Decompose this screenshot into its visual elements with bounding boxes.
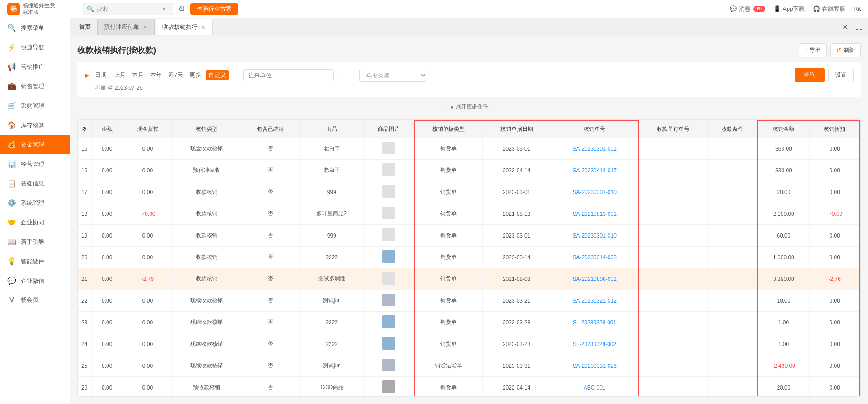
sidebar-item-quicknav[interactable]: ⚡ 快捷导航 xyxy=(0,38,70,57)
sidebar-item-hardware[interactable]: 💡 智能硬件 xyxy=(0,252,70,271)
filter-date-more[interactable]: 更多 xyxy=(188,70,203,80)
close-window-icon[interactable]: ✕ xyxy=(840,21,850,33)
member-icon: V xyxy=(7,296,16,304)
data-table-wrap: ⚙ 余额 现金折扣 核销类型 包含已结清 商品 商品图片 核销单据类型 核销单据… xyxy=(77,119,861,397)
app-icon: 📱 xyxy=(774,5,781,12)
table-header-row: ⚙ 余额 现金折扣 核销类型 包含已结清 商品 商品图片 核销单据类型 核销单据… xyxy=(78,120,860,138)
filter-dots: ··· xyxy=(337,72,345,79)
th-product: 商品 xyxy=(300,120,364,138)
filter-date-this-month[interactable]: 本月 xyxy=(130,70,146,80)
tab-verify-label: 收款核销执行 xyxy=(162,23,198,31)
sidebar-item-system[interactable]: ⚙️ 系统管理 xyxy=(0,193,70,213)
filter-collapse-icon[interactable]: ▶ xyxy=(85,71,90,79)
tab-prepaid[interactable]: 预付冲应付单 ✕ xyxy=(97,19,155,35)
refresh-icon: ↺ xyxy=(836,47,841,54)
th-include-settled: 包含已结清 xyxy=(241,120,299,138)
table-row: 170.000.00收款核销否999销货单2023-03-01SA-202303… xyxy=(78,181,860,203)
sidebar-item-purchase[interactable]: 🛒 采购管理 xyxy=(0,96,70,115)
quicknav-icon: ⚡ xyxy=(7,43,16,52)
tab-bar-right: ✕ ⛶ xyxy=(840,21,864,33)
header-actions: ↑ 导出 ↺ 刷新 xyxy=(799,43,861,57)
th-gear: ⚙ xyxy=(78,120,91,138)
chevron-down-icon: ▾ xyxy=(163,6,165,11)
sidebar-item-label: 采购管理 xyxy=(21,102,44,110)
export-btn[interactable]: ↑ 导出 xyxy=(799,43,827,57)
sidebar-item-search[interactable]: 🔍 搜索菜单 xyxy=(0,18,70,38)
main-layout: 🔍 搜索菜单 ⚡ 快捷导航 📢 营销推广 💼 销售管理 🛒 采购管理 🏠 库存核… xyxy=(0,18,868,404)
table-row: 250.000.00现续收款核销否测试jun销货退货单2023-03-31SA-… xyxy=(78,355,860,377)
counterparty-input[interactable] xyxy=(243,69,334,81)
hardware-icon: 💡 xyxy=(7,257,16,266)
tab-verify[interactable]: 收款核销执行 ✕ xyxy=(156,19,213,35)
query-btn[interactable]: 查询 xyxy=(795,68,825,82)
th-verify-type: 核销类型 xyxy=(173,120,241,138)
sidebar-item-label: 快捷导航 xyxy=(21,43,44,52)
top-bar: 畅 畅捷通好生意 标准版 🔍 ▾ ⚙ 体验行业方案 💬 消息 99+ 📱 App… xyxy=(0,0,868,18)
expand-conditions-btn[interactable]: ∨ 展开更多条件 xyxy=(445,101,493,112)
logo-text: 畅捷通好生意 标准版 xyxy=(23,2,55,15)
search-input[interactable] xyxy=(97,6,160,12)
sidebar-item-label: 新手引导 xyxy=(21,238,44,246)
table-row: 190.000.00收款核销否999销货单2023-03-01SA-202303… xyxy=(78,225,860,247)
user-name: Rit xyxy=(854,5,861,12)
sidebar-item-label: 经营管理 xyxy=(21,160,44,168)
search-bar[interactable]: 🔍 ▾ xyxy=(83,3,173,15)
online-service-btn[interactable]: 🎧 在线客服 xyxy=(813,5,845,13)
th-bill-date: 核销单据日期 xyxy=(482,120,551,138)
export-icon: ↑ xyxy=(805,47,808,54)
sidebar-item-finance[interactable]: 💰 资金管理 xyxy=(0,135,70,154)
sidebar-item-inventory[interactable]: 🏠 库存核算 xyxy=(0,115,70,135)
sidebar-item-collab[interactable]: 🤝 企业协同 xyxy=(0,213,70,232)
filter-date-custom[interactable]: 自定义 xyxy=(206,70,229,80)
sidebar-item-basics[interactable]: 📋 基础信息 xyxy=(0,174,70,193)
th-receipt-order-no: 收款单订单号 xyxy=(639,120,708,138)
tab-verify-close[interactable]: ✕ xyxy=(200,24,206,31)
th-verify-amount: 核销金额 xyxy=(757,120,810,138)
filter-date-7days[interactable]: 近7天 xyxy=(166,70,185,80)
table-row: 210.00-2.76收款核销否测试多属性销货单2021-08-08SA-202… xyxy=(78,268,860,290)
th-balance: 余额 xyxy=(91,120,123,138)
app-download-btn[interactable]: 📱 App下载 xyxy=(774,5,805,13)
message-badge: 99+ xyxy=(753,6,765,12)
bill-type-select[interactable]: 单据类型 xyxy=(359,69,427,82)
sidebar-item-marketing[interactable]: 📢 营销推广 xyxy=(0,57,70,76)
message-btn[interactable]: 💬 消息 99+ xyxy=(730,5,765,13)
sidebar-item-wechat[interactable]: 💬 企业微信 xyxy=(0,271,70,290)
sidebar-item-member[interactable]: V 畅会员 xyxy=(0,290,70,309)
sidebar-item-label: 系统管理 xyxy=(21,199,44,207)
table-row: 240.000.00现续收款核销否2222销货单2023-03-28SL-202… xyxy=(78,333,860,355)
filter-bar: ▶ 日期 上月 本月 本年 近7天 更多 自定义 ··· xyxy=(77,62,861,97)
logo-area: 畅 畅捷通好生意 标准版 xyxy=(7,2,77,15)
purchase-icon: 🛒 xyxy=(7,101,16,110)
page-title: 收款核销执行(按收款) xyxy=(77,45,156,56)
sidebar-item-operations[interactable]: 📊 经营管理 xyxy=(0,154,70,174)
finance-icon: 💰 xyxy=(7,140,16,149)
sidebar-item-label: 销售管理 xyxy=(21,82,44,90)
headset-icon: 🎧 xyxy=(813,5,820,12)
data-table: ⚙ 余额 现金折扣 核销类型 包含已结清 商品 商品图片 核销单据类型 核销单据… xyxy=(78,120,860,397)
sidebar-item-label: 营销推广 xyxy=(21,63,44,71)
gear-icon[interactable]: ⚙ xyxy=(179,5,185,13)
tab-prepaid-close[interactable]: ✕ xyxy=(142,24,148,31)
refresh-btn[interactable]: ↺ 刷新 xyxy=(830,43,861,57)
content-area: 首页 预付冲应付单 ✕ 收款核销执行 ✕ ✕ ⛶ 收款核销执行(按收款) xyxy=(70,18,868,404)
table-row: 160.000.00预付冲应收否老白干销货单2023-04-14SA-20230… xyxy=(78,160,860,181)
operations-icon: 📊 xyxy=(7,160,16,168)
tab-home[interactable]: 首页 xyxy=(74,19,96,35)
page-content: 收款核销执行(按收款) ↑ 导出 ↺ 刷新 ▶ 日期 xyxy=(70,36,868,404)
maximize-icon[interactable]: ⛶ xyxy=(854,21,864,33)
industry-btn[interactable]: 体验行业方案 xyxy=(190,3,238,15)
sidebar-item-label: 企业协同 xyxy=(21,219,44,227)
sales-icon: 💼 xyxy=(7,82,16,90)
filter-date-last-month[interactable]: 上月 xyxy=(112,70,127,80)
filter-date-this-year[interactable]: 本年 xyxy=(148,70,164,80)
sidebar-item-guide[interactable]: 📖 新手引导 xyxy=(0,232,70,252)
filter-date-range: 不限 至 2023-07-26 xyxy=(95,84,854,92)
tab-bar: 首页 预付冲应付单 ✕ 收款核销执行 ✕ ✕ ⛶ xyxy=(70,18,868,36)
setting-btn[interactable]: 设置 xyxy=(828,68,854,82)
table-row: 180.00-70.00收款核销否多计量商品2销货单2021-08-13SA-2… xyxy=(78,203,860,225)
sidebar: 🔍 搜索菜单 ⚡ 快捷导航 📢 营销推广 💼 销售管理 🛒 采购管理 🏠 库存核… xyxy=(0,18,70,404)
sidebar-item-sales[interactable]: 💼 销售管理 xyxy=(0,76,70,96)
sidebar-item-label: 基础信息 xyxy=(21,180,44,188)
filter-date-label: 日期 xyxy=(95,71,107,79)
